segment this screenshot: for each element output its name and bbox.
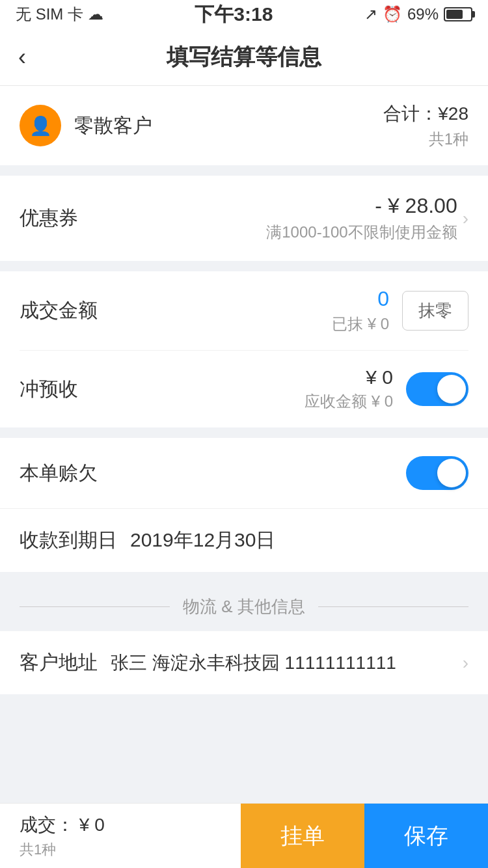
logistics-header: 物流 & 其他信息 xyxy=(0,582,488,631)
pre-amounts: ¥ 0 应收金额 ¥ 0 xyxy=(305,366,393,412)
coupon-section: 优惠券 - ¥ 28.00 满1000-100不限制使用金额 › xyxy=(0,176,488,261)
toggle-thumb xyxy=(437,375,466,403)
coupon-label: 优惠券 xyxy=(20,205,78,232)
bottom-bar: 成交： ¥ 0 共1种 挂单 保存 xyxy=(0,803,488,868)
page-title: 填写结算等信息 xyxy=(167,42,321,72)
bottom-deal-amount: 成交： ¥ 0 xyxy=(20,813,221,837)
address-arrow-icon: › xyxy=(463,653,468,673)
avatar-icon: 👤 xyxy=(29,115,52,137)
nav-bar: ‹ 填写结算等信息 xyxy=(0,29,488,86)
debt-section: 本单赊欠 收款到期日 2019年12月30日 xyxy=(0,438,488,572)
customer-row: 👤 零散客户 合计：¥28 共1种 xyxy=(0,86,488,165)
address-value: 张三 海淀永丰科技园 11111111111 xyxy=(111,651,450,675)
address-label: 客户地址 xyxy=(20,649,98,676)
customer-left: 👤 零散客户 xyxy=(20,105,152,146)
signal-text: 无 SIM 卡 ☁ xyxy=(16,4,103,25)
debt-row: 本单赊欠 xyxy=(0,438,488,508)
alarm-icon: ⏰ xyxy=(383,5,402,23)
debt-toggle-thumb xyxy=(437,459,466,487)
coupon-amount: - ¥ 28.00 xyxy=(375,194,457,218)
status-time: 下午3:18 xyxy=(195,1,273,28)
due-date-row: 收款到期日 2019年12月30日 xyxy=(0,508,488,572)
status-right: ↗ ⏰ 69% xyxy=(364,5,472,23)
address-row[interactable]: 客户地址 张三 海淀永丰科技园 11111111111 › xyxy=(0,631,488,694)
pre-receive-row: 冲预收 ¥ 0 应收金额 ¥ 0 xyxy=(0,351,488,427)
deal-amount-label: 成交金额 xyxy=(20,297,98,324)
hold-button[interactable]: 挂单 xyxy=(241,804,364,869)
address-section: 客户地址 张三 海淀永丰科技园 11111111111 › xyxy=(0,631,488,694)
logistics-label: 物流 & 其他信息 xyxy=(170,595,318,618)
status-bar: 无 SIM 卡 ☁ 下午3:18 ↗ ⏰ 69% xyxy=(0,0,488,29)
bottom-left: 成交： ¥ 0 共1种 xyxy=(0,813,241,860)
total-amount: 合计：¥28 xyxy=(383,102,468,126)
coupon-row[interactable]: 优惠券 - ¥ 28.00 满1000-100不限制使用金额 › xyxy=(0,176,488,261)
round-off-button[interactable]: 抹零 xyxy=(402,291,468,331)
deal-deducted: 已抹 ¥ 0 xyxy=(332,314,389,334)
save-button[interactable]: 保存 xyxy=(364,804,488,869)
coupon-arrow-icon: › xyxy=(463,208,468,229)
debt-toggle[interactable] xyxy=(406,456,468,490)
deal-section: 成交金额 0 已抹 ¥ 0 抹零 冲预收 ¥ 0 应收金额 ¥ 0 xyxy=(0,271,488,427)
pre-receivable: 应收金额 ¥ 0 xyxy=(305,391,393,412)
total-count: 共1种 xyxy=(383,129,468,150)
pre-receive-toggle[interactable] xyxy=(406,372,468,406)
bottom-count: 共1种 xyxy=(20,840,221,860)
deal-right: 0 已抹 ¥ 0 抹零 xyxy=(332,287,468,334)
debt-label: 本单赊欠 xyxy=(20,460,98,487)
avatar: 👤 xyxy=(20,105,61,146)
pre-amount-value: ¥ 0 xyxy=(366,366,393,388)
battery-text: 69% xyxy=(407,5,439,23)
pre-right: ¥ 0 应收金额 ¥ 0 xyxy=(305,366,468,412)
pre-receive-label: 冲预收 xyxy=(20,376,78,403)
deal-amount-value: 0 xyxy=(377,287,389,311)
back-button[interactable]: ‹ xyxy=(18,44,26,71)
coupon-right: - ¥ 28.00 满1000-100不限制使用金额 xyxy=(266,194,457,243)
customer-name: 零散客户 xyxy=(74,113,152,139)
battery-icon xyxy=(444,7,472,21)
status-left: 无 SIM 卡 ☁ xyxy=(16,4,103,25)
deal-amount-wrapper: 0 已抹 ¥ 0 xyxy=(332,287,389,334)
customer-right: 合计：¥28 共1种 xyxy=(383,102,468,150)
due-date-value: 2019年12月30日 xyxy=(130,527,275,554)
content: 👤 零散客户 合计：¥28 共1种 优惠券 - ¥ 28.00 满1000-10… xyxy=(0,86,488,770)
deal-amount-row: 成交金额 0 已抹 ¥ 0 抹零 xyxy=(0,271,488,350)
coupon-desc: 满1000-100不限制使用金额 xyxy=(266,222,457,243)
location-icon: ↗ xyxy=(364,5,377,23)
battery-fill xyxy=(446,10,463,19)
due-date-label: 收款到期日 xyxy=(20,527,117,554)
